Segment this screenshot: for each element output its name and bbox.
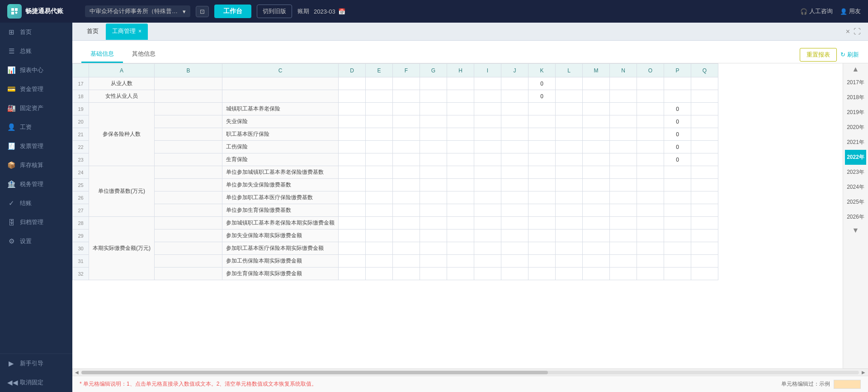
data-cell[interactable]	[474, 217, 501, 229]
sidebar-item-settings[interactable]: ⚙ 设置	[0, 232, 72, 251]
col-c-cell[interactable]: 单位参加失业保险缴费基数	[222, 179, 339, 191]
data-cell[interactable]	[420, 268, 447, 280]
col-b-cell[interactable]	[155, 166, 222, 179]
data-cell[interactable]	[339, 115, 366, 128]
sidebar-item-archive[interactable]: 🗄 归档管理	[0, 213, 72, 232]
data-cell[interactable]	[420, 128, 447, 141]
data-cell[interactable]	[501, 191, 528, 204]
table-row[interactable]: 25单位参加失业保险缴费基数	[73, 179, 718, 191]
data-cell[interactable]	[339, 153, 366, 166]
col-c-cell[interactable]	[222, 90, 339, 103]
col-m-cell[interactable]	[583, 229, 610, 242]
data-cell[interactable]	[447, 217, 474, 229]
data-cell[interactable]	[339, 255, 366, 268]
col-k-cell[interactable]	[528, 141, 556, 153]
year-item[interactable]: 2025年	[845, 195, 866, 210]
tab-business-management[interactable]: 工商管理 ×	[106, 24, 148, 40]
table-row[interactable]: 28本期实际缴费金额(万元)参加城镇职工基本养老保险本期实际缴费金额	[73, 217, 718, 229]
table-row[interactable]: 26单位参加职工基本医疗保险缴费基数	[73, 191, 718, 204]
data-cell[interactable]	[366, 179, 393, 191]
switch-version-button[interactable]: 切到旧版	[257, 5, 292, 18]
data-cell[interactable]	[366, 217, 393, 229]
col-b-cell[interactable]	[155, 103, 222, 115]
col-c-cell[interactable]: 单位参加生育保险缴费基数	[222, 204, 339, 217]
sidebar-item-guide[interactable]: ▶ 新手引导	[0, 354, 72, 373]
table-row[interactable]: 22工伤保险0	[73, 141, 718, 153]
data-cell[interactable]	[447, 255, 474, 268]
data-cell[interactable]	[393, 77, 420, 90]
data-cell[interactable]	[501, 166, 528, 179]
data-cell[interactable]	[393, 255, 420, 268]
col-k-cell[interactable]	[528, 268, 556, 280]
year-item[interactable]: 2018年	[845, 90, 866, 105]
col-c-cell[interactable]: 失业保险	[222, 115, 339, 128]
col-c-cell[interactable]: 单位参加城镇职工基本养老保险缴费基数	[222, 166, 339, 179]
data-cell[interactable]	[339, 217, 366, 229]
col-q-cell[interactable]	[691, 242, 718, 255]
table-row[interactable]: 31参加工伤保险本期实际缴费金额	[73, 255, 718, 268]
col-b-cell[interactable]	[155, 77, 222, 90]
col-o-cell[interactable]	[637, 204, 664, 217]
data-cell[interactable]	[474, 268, 501, 280]
year-item[interactable]: 2021年	[845, 135, 866, 150]
col-m-cell[interactable]	[583, 115, 610, 128]
col-q-cell[interactable]	[691, 268, 718, 280]
data-cell[interactable]	[447, 268, 474, 280]
col-q-cell[interactable]	[691, 179, 718, 191]
data-cell[interactable]	[474, 229, 501, 242]
data-cell[interactable]	[420, 191, 447, 204]
data-cell[interactable]	[501, 217, 528, 229]
data-cell[interactable]	[447, 141, 474, 153]
year-item[interactable]: 2019年	[845, 105, 866, 120]
data-cell[interactable]	[501, 153, 528, 166]
data-cell[interactable]	[339, 268, 366, 280]
table-row[interactable]: 17从业人数0	[73, 77, 718, 90]
col-b-cell[interactable]	[155, 90, 222, 103]
data-cell[interactable]	[501, 242, 528, 255]
table-row[interactable]: 24单位缴费基数(万元)单位参加城镇职工基本养老保险缴费基数	[73, 166, 718, 179]
subtab-other[interactable]: 其他信息	[123, 46, 165, 63]
data-cell[interactable]	[366, 128, 393, 141]
data-cell[interactable]	[393, 90, 420, 103]
data-cell[interactable]	[366, 229, 393, 242]
col-o-cell[interactable]	[637, 179, 664, 191]
col-o-cell[interactable]	[637, 242, 664, 255]
col-o-cell[interactable]	[637, 103, 664, 115]
col-l-cell[interactable]	[556, 242, 583, 255]
sidebar-item-payroll[interactable]: 👤 工资	[0, 118, 72, 137]
col-n-cell[interactable]	[610, 103, 637, 115]
data-cell[interactable]	[339, 128, 366, 141]
table-row[interactable]: 20失业保险0	[73, 115, 718, 128]
col-q-cell[interactable]	[691, 77, 718, 90]
data-cell[interactable]	[501, 204, 528, 217]
col-n-cell[interactable]	[610, 242, 637, 255]
data-cell[interactable]	[501, 255, 528, 268]
data-cell[interactable]	[393, 115, 420, 128]
table-row[interactable]: 27单位参加生育保险缴费基数	[73, 204, 718, 217]
year-item[interactable]: 2022年	[845, 150, 866, 165]
col-l-cell[interactable]	[556, 77, 583, 90]
col-q-cell[interactable]	[691, 141, 718, 153]
col-n-cell[interactable]	[610, 204, 637, 217]
close-tab-button[interactable]: ×	[846, 28, 850, 36]
col-m-cell[interactable]	[583, 179, 610, 191]
table-row[interactable]: 32参加生育保险本期实际缴费金额	[73, 268, 718, 280]
data-cell[interactable]	[393, 179, 420, 191]
year-item[interactable]: 2026年	[845, 210, 866, 225]
col-o-cell[interactable]	[637, 217, 664, 229]
table-row[interactable]: 30参加职工基本医疗保险本期实际缴费金额	[73, 242, 718, 255]
data-cell[interactable]	[420, 217, 447, 229]
sidebar-item-invoice[interactable]: 🧾 发票管理	[0, 137, 72, 156]
table-row[interactable]: 29参加失业保险本期实际缴费金额	[73, 229, 718, 242]
data-cell[interactable]	[420, 242, 447, 255]
col-p-cell[interactable]: 0	[664, 103, 691, 115]
col-k-cell[interactable]	[528, 179, 556, 191]
data-cell[interactable]	[447, 242, 474, 255]
col-l-cell[interactable]	[556, 128, 583, 141]
data-cell[interactable]	[393, 242, 420, 255]
col-p-cell[interactable]	[664, 179, 691, 191]
data-cell[interactable]	[393, 153, 420, 166]
col-n-cell[interactable]	[610, 191, 637, 204]
data-cell[interactable]	[366, 255, 393, 268]
col-m-cell[interactable]	[583, 268, 610, 280]
